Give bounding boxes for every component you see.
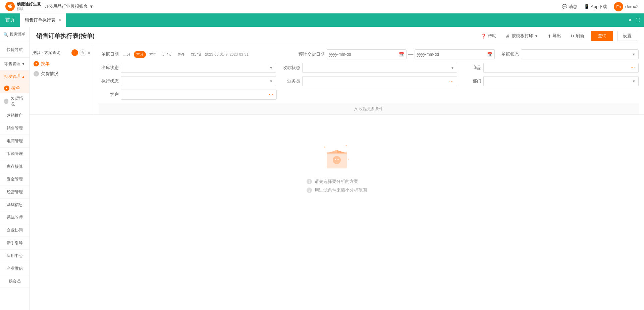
sidebar-item-ecommerce[interactable]: 电商管理 xyxy=(0,135,29,148)
sidebar-item-sales[interactable]: 销售管理 xyxy=(0,122,29,135)
bill-date-controls: 上月 本月 本年 近7天 更多 自定义 2023-03-01 至 2023-03… xyxy=(121,51,294,58)
tab-sales-execution[interactable]: 销售订单执行表 × xyxy=(20,13,66,27)
department-select[interactable]: ▼ xyxy=(483,76,639,86)
avatar-text: Ea xyxy=(616,5,621,9)
sidebar-item-marketing[interactable]: 营销推广 xyxy=(0,109,29,122)
scheme-label-qianhuo: 欠货情况 xyxy=(41,71,58,77)
print-template-button[interactable]: 🖨 按模板打印 ▼ xyxy=(503,32,541,40)
sidebar-label-vip: 畅会员 xyxy=(9,278,21,284)
refresh-label: 刷新 xyxy=(576,33,584,39)
sidebar-item-enterprise[interactable]: 企业协同 xyxy=(0,224,29,237)
sidebar-item-system[interactable]: 系统管理 xyxy=(0,211,29,224)
filter-row-1: 单据日期 上月 本月 本年 近7天 更多 自定义 2023-03-01 至 20… xyxy=(99,49,639,59)
date-custom-btn[interactable]: 自定义 xyxy=(188,51,204,58)
sidebar: 🔍 搜索菜单 快捷导航 零售管理 ▼ 批发管理 ▲ ● 按单 ○ 欠货情况 营销 xyxy=(0,27,30,310)
collapse-scheme-button[interactable]: « xyxy=(88,49,90,56)
scheme-section-label: 按以下方案查询 xyxy=(32,50,60,56)
exec-status-select[interactable]: ▼ xyxy=(121,76,276,86)
settings-button[interactable]: 设置 xyxy=(617,31,637,41)
collapse-label: 收起更多条件 xyxy=(359,106,383,112)
calendar-start-icon[interactable]: 📅 xyxy=(399,52,404,57)
goods-more-icon[interactable]: ··· xyxy=(629,65,636,71)
date-last-month-btn[interactable]: 上月 xyxy=(121,51,133,58)
sidebar-label-finance: 资金管理 xyxy=(7,176,23,182)
expected-date-end-input[interactable] xyxy=(417,52,485,57)
salesman-label: 业务员 xyxy=(280,78,300,84)
collapse-filter-bar[interactable]: ⋀ 收起更多条件 xyxy=(99,103,639,114)
scheme-item-qianhuo[interactable]: ○ 欠货情况 xyxy=(32,69,90,79)
add-scheme-button[interactable]: + xyxy=(71,49,78,56)
bill-date-label: 单据日期 xyxy=(99,51,119,57)
goods-input[interactable] xyxy=(486,65,628,70)
message-action[interactable]: 💬 消息 xyxy=(562,4,577,10)
date-this-month-btn[interactable]: 本月 xyxy=(134,51,146,58)
query-button[interactable]: 查询 xyxy=(591,31,613,41)
export-button[interactable]: ⬆ 导出 xyxy=(545,32,564,40)
date-this-year-btn[interactable]: 本年 xyxy=(147,51,159,58)
sidebar-item-finance[interactable]: 资金管理 xyxy=(0,173,29,186)
bill-status-select[interactable]: ▼ xyxy=(521,49,639,59)
receive-status-select[interactable]: ▼ xyxy=(302,63,458,73)
chevron-down-icon-retail: ▼ xyxy=(22,62,25,66)
date-7days-btn[interactable]: 近7天 xyxy=(160,51,174,58)
calendar-end-icon[interactable]: 📅 xyxy=(487,52,492,57)
out-status-select[interactable]: ▼ xyxy=(121,63,276,73)
tab-close-button[interactable]: × xyxy=(627,16,633,24)
content-area: 销售订单执行表(按单) ❓ 帮助 🖨 按模板打印 ▼ ⬆ 导出 xyxy=(30,27,644,310)
sidebar-item-wholesale[interactable]: 批发管理 ▲ xyxy=(0,70,29,83)
tab-home[interactable]: 首页 xyxy=(0,13,20,27)
logo-name: 畅捷通好生意 xyxy=(17,2,41,6)
department-label: 部门 xyxy=(461,78,481,84)
help-button[interactable]: ❓ 帮助 xyxy=(478,32,499,40)
page-title: 销售订单执行表(按单) xyxy=(36,32,95,40)
sub-item-label-jidan: 按单 xyxy=(11,85,20,91)
customer-more-icon[interactable]: ··· xyxy=(267,92,274,98)
sidebar-item-appstore[interactable]: 应用中心 xyxy=(0,250,29,262)
salesman-more-icon[interactable]: ··· xyxy=(448,78,455,84)
empty-step-1: 1 请先选择要分析的方案 xyxy=(307,178,367,185)
tab-bar: 首页 销售订单执行表 × × ⛶ xyxy=(0,13,644,27)
salesman-input[interactable] xyxy=(305,79,446,84)
scheme-item-jidan[interactable]: ● 按单 xyxy=(32,59,90,69)
industry-label: 办公用品行业模拟账套 xyxy=(44,3,88,9)
search-menu-button[interactable]: 🔍 搜索菜单 xyxy=(3,30,26,39)
svg-point-2 xyxy=(333,156,341,164)
user-name: demo2 xyxy=(625,4,639,9)
edit-scheme-button[interactable]: ✎ xyxy=(79,49,86,56)
shortcut-nav-button[interactable]: 快捷导航 xyxy=(3,45,26,55)
tab-maximize-button[interactable]: ⛶ xyxy=(634,16,641,24)
sidebar-item-guide[interactable]: 新手引导 xyxy=(0,237,29,250)
sidebar-item-wechat[interactable]: 企业微信 xyxy=(0,262,29,275)
sidebar-item-basic[interactable]: 基础信息 xyxy=(0,199,29,211)
tab-home-label: 首页 xyxy=(5,17,15,23)
department-field: 部门 ▼ xyxy=(461,76,639,86)
sidebar-sub-item-jidan[interactable]: ● 按单 xyxy=(0,83,29,93)
svg-point-4 xyxy=(337,159,339,160)
app-download-action[interactable]: 📱 App下载 xyxy=(584,4,607,10)
customer-input[interactable] xyxy=(123,92,266,97)
industry-selector[interactable]: 办公用品行业模拟账套 ▼ xyxy=(44,3,94,9)
sidebar-item-purchase[interactable]: 采购管理 xyxy=(0,148,29,160)
sidebar-sub-item-qianhuo[interactable]: ○ 欠货情况 xyxy=(0,93,29,109)
svg-rect-1 xyxy=(327,152,347,154)
message-icon: 💬 xyxy=(562,4,567,9)
expected-date-start-wrap: 📅 xyxy=(327,49,407,59)
message-label: 消息 xyxy=(569,4,577,10)
date-range-text: 2023-03-01 至 2023-03-31 xyxy=(205,52,249,57)
sidebar-item-vip[interactable]: 畅会员 xyxy=(0,275,29,288)
user-area[interactable]: Ea demo2 xyxy=(614,2,639,11)
tab-close-icon[interactable]: × xyxy=(59,18,61,22)
chevron-up-icon-wholesale: ▲ xyxy=(22,75,25,79)
customer-input-wrap: ··· xyxy=(121,90,277,100)
sidebar-label-purchase: 采购管理 xyxy=(7,151,23,157)
sidebar-label-marketing: 营销推广 xyxy=(7,113,23,118)
empty-text-list: 1 请先选择要分析的方案 2 用过滤条件来缩小分析范围 xyxy=(307,178,367,193)
sidebar-item-inventory[interactable]: 库存核算 xyxy=(0,160,29,173)
sidebar-item-operation[interactable]: 经营管理 xyxy=(0,186,29,199)
expected-date-start-input[interactable] xyxy=(329,52,397,57)
sidebar-item-retail[interactable]: 零售管理 ▼ xyxy=(0,58,29,70)
date-more-btn[interactable]: 更多 xyxy=(175,51,187,58)
refresh-button[interactable]: ↻ 刷新 xyxy=(568,32,587,40)
goods-label: 商品 xyxy=(461,65,481,71)
sidebar-label-system: 系统管理 xyxy=(7,215,23,220)
